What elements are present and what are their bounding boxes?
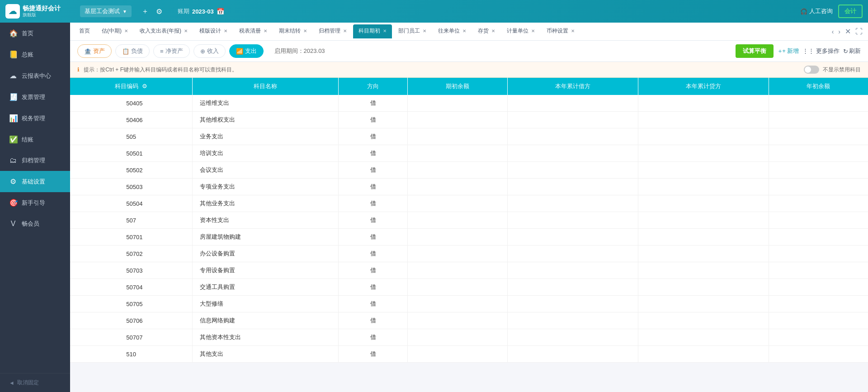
tab-归档管理[interactable]: 归档管理✕ — [313, 24, 352, 38]
tab-计量单位[interactable]: 计量单位✕ — [501, 24, 540, 38]
tab-maximize-button[interactable]: ⛶ — [854, 26, 864, 38]
sidebar-item-云报表中心[interactable]: ☁云报表中心 — [0, 65, 70, 86]
add-account-button[interactable]: ＋ + 新增 — [777, 47, 799, 55]
table-row[interactable]: 505 业务支出 借 — [70, 128, 868, 145]
tab-close-5[interactable]: ✕ — [303, 28, 307, 33]
tab-估(中期)[interactable]: 估(中期)✕ — [96, 24, 133, 38]
cell-year-opening-4 — [769, 162, 868, 179]
sub-tab-label-2: 净资产 — [165, 47, 183, 55]
tab-close-1[interactable]: ✕ — [124, 28, 128, 33]
sidebar-item-发票管理[interactable]: 🧾发票管理 — [0, 86, 70, 108]
cell-code-11: 50704 — [70, 279, 193, 296]
table-row[interactable]: 50501 培训支出 借 — [70, 145, 868, 162]
sub-tab-income[interactable]: ⊕收入 — [193, 44, 226, 58]
table-row[interactable]: 50503 专项业务支出 借 — [70, 179, 868, 195]
sidebar-item-畅会员[interactable]: V畅会员 — [0, 213, 70, 234]
table-row[interactable]: 50406 其他维权支出 借 — [70, 112, 868, 128]
sidebar-label-7: 基础设置 — [22, 178, 45, 186]
table-row[interactable]: 50702 办公设备购置 借 — [70, 246, 868, 262]
disabled-accounts-toggle[interactable] — [804, 66, 819, 74]
tab-close-10[interactable]: ✕ — [491, 28, 495, 33]
sidebar-item-归档管理[interactable]: 🗂归档管理 — [0, 150, 70, 171]
tab-close-8[interactable]: ✕ — [423, 28, 426, 33]
tab-close-3[interactable]: ✕ — [224, 28, 227, 33]
sidebar-item-首页[interactable]: 🏠首页 — [0, 23, 70, 44]
sidebar-icon-1: 📒 — [9, 50, 17, 59]
tab-label-9: 往来单位 — [438, 27, 460, 35]
sub-tab-asset[interactable]: 🏦资产 — [77, 44, 112, 58]
tab-label-4: 税表清册 — [239, 27, 261, 35]
tab-科目期初[interactable]: 科目期初✕ — [353, 24, 392, 38]
tab-模版设计[interactable]: 模版设计✕ — [194, 24, 233, 38]
sidebar-label-9: 畅会员 — [22, 220, 39, 228]
col-direction: 方向 — [338, 78, 407, 95]
tab-首页[interactable]: 首页 — [74, 24, 95, 38]
tab-期末结转[interactable]: 期末结转✕ — [274, 24, 312, 38]
tab-close-12[interactable]: ✕ — [571, 28, 575, 33]
sub-tab-liability[interactable]: 📋负债 — [115, 44, 150, 58]
tab-nav-prev[interactable]: ‹ — [830, 26, 836, 37]
more-actions-button[interactable]: ⋮⋮ 更多操作 — [802, 47, 840, 55]
table-row[interactable]: 50504 其他业务支出 借 — [70, 195, 868, 212]
table-row[interactable]: 50703 专用设备购置 借 — [70, 262, 868, 279]
tab-存货[interactable]: 存货✕ — [472, 24, 500, 38]
sidebar-item-总账[interactable]: 📒总账 — [0, 44, 70, 65]
cell-year-opening-14 — [769, 329, 868, 346]
sub-tab-equity[interactable]: ≡净资产 — [153, 44, 190, 58]
sidebar-icon-8: 🎯 — [9, 198, 17, 207]
tab-close-7[interactable]: ✕ — [383, 28, 387, 33]
tab-部门员工[interactable]: 部门员工✕ — [393, 24, 432, 38]
sidebar-item-基础设置[interactable]: ⚙基础设置 — [0, 171, 70, 192]
account-type-button[interactable]: 会计 — [838, 5, 863, 18]
cell-opening-5 — [408, 179, 508, 195]
sidebar-label-3: 发票管理 — [22, 93, 45, 101]
column-settings-icon[interactable]: ⚙ — [142, 83, 147, 90]
calendar-icon[interactable]: 📅 — [217, 8, 224, 15]
tab-close-4[interactable]: ✕ — [264, 28, 267, 33]
tab-label-7: 科目期初 — [359, 27, 380, 35]
sub-tab-icon-3: ⊕ — [200, 48, 205, 55]
table-row[interactable]: 50707 其他资本性支出 借 — [70, 329, 868, 346]
table-row[interactable]: 50705 大型修缮 借 — [70, 296, 868, 312]
tab-close-2[interactable]: ✕ — [184, 28, 188, 33]
sidebar-item-税务管理[interactable]: 📊税务管理 — [0, 108, 70, 129]
service-button[interactable]: 🎧 人工咨询 — [800, 7, 833, 15]
sidebar-item-新手引导[interactable]: 🎯新手引导 — [0, 192, 70, 213]
sub-tab-expense[interactable]: 📶支出 — [229, 44, 264, 58]
sidebar-label-1: 总账 — [22, 51, 33, 59]
table-row[interactable]: 510 其他支出 借 — [70, 346, 868, 363]
company-selector[interactable]: 基层工会测试 ▼ — [80, 5, 132, 17]
sidebar-item-结账[interactable]: ✅结账 — [0, 129, 70, 150]
cell-direction-7: 借 — [338, 212, 407, 229]
cell-opening-15 — [408, 346, 508, 363]
sidebar-collapse-button[interactable]: ◄ 取消固定 — [0, 373, 70, 392]
tab-税表清册[interactable]: 税表清册✕ — [234, 24, 273, 38]
table-row[interactable]: 50405 运维维支出 借 — [70, 95, 868, 112]
tab-close-9[interactable]: ✕ — [462, 28, 466, 33]
tab-nav-next[interactable]: › — [836, 26, 842, 37]
cell-code-3: 50501 — [70, 145, 193, 162]
refresh-button[interactable]: ↻ 刷新 — [843, 47, 861, 55]
cell-year-opening-9 — [769, 246, 868, 262]
table-row[interactable]: 50704 交通工具购置 借 — [70, 279, 868, 296]
cell-name-3: 培训支出 — [193, 145, 339, 162]
tab-label-6: 归档管理 — [319, 27, 340, 35]
add-tab-button[interactable]: ＋ — [140, 5, 151, 18]
tab-币种设置[interactable]: 币种设置✕ — [541, 24, 580, 38]
tab-close-all-button[interactable]: ✕ — [843, 25, 853, 38]
table-row[interactable]: 50706 信息网络购建 借 — [70, 312, 868, 329]
cell-year-opening-5 — [769, 179, 868, 195]
cell-ytd-credit-6 — [638, 195, 769, 212]
trial-balance-button[interactable]: 试算平衡 — [736, 44, 774, 58]
tab-往来单位[interactable]: 往来单位✕ — [433, 24, 472, 38]
tab-close-6[interactable]: ✕ — [343, 28, 347, 33]
col-ytd-credit: 本年累计贷方 — [638, 78, 769, 95]
tab-close-11[interactable]: ✕ — [531, 28, 535, 33]
table-row[interactable]: 50502 会议支出 借 — [70, 162, 868, 179]
tab-收入支出表(年报)[interactable]: 收入支出表(年报)✕ — [134, 24, 193, 38]
cell-code-15: 510 — [70, 346, 193, 363]
table-row[interactable]: 507 资本性支出 借 — [70, 212, 868, 229]
settings-icon-button[interactable]: ⚙ — [154, 5, 164, 18]
content-area: 首页估(中期)✕收入支出表(年报)✕模版设计✕税表清册✕期末结转✕归档管理✕科目… — [70, 23, 868, 392]
table-row[interactable]: 50701 房屋建筑物购建 借 — [70, 229, 868, 246]
